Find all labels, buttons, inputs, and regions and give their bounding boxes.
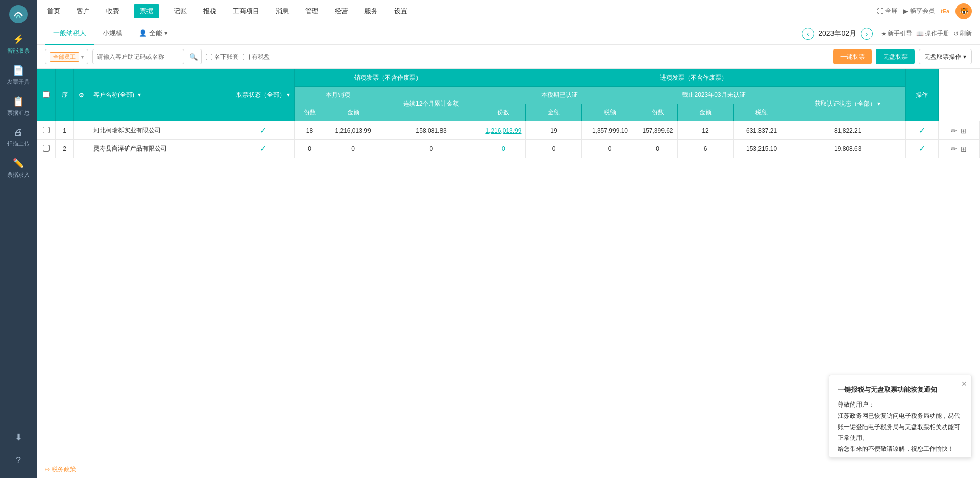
row-fetch-status: ✓ [232,121,294,140]
row-checkbox[interactable] [43,127,50,133]
nav-message[interactable]: 消息 [274,0,291,22]
row-no: 2 [56,140,74,158]
th-cert-tax: 税额 [582,104,638,121]
row-checkbox-cell[interactable] [37,140,56,158]
no-disk-ops-btn[interactable]: 无盘取票操作 ▾ [919,49,972,64]
notification-body: 一键报税与无盘取票功能恢复通知 尊敬的用户： 江苏政务网已恢复访问电子税务局功能… [829,375,971,457]
nav-business[interactable]: 工商项目 [231,0,261,22]
notification-title: 一键报税与无盘取票功能恢复通知 [838,384,963,395]
row-cert-count: 19 [526,121,582,140]
page-header: 一般纳税人 小规模 👤 全能 ▾ ‹ 2023年02月 › ★ 新手引导 📖 操… [37,22,980,45]
fetch-status-filter-icon[interactable]: ▾ [287,91,290,98]
nav-tax[interactable]: 报税 [201,0,218,22]
row-company: 河北柯瑞栎实业有限公司 [89,121,232,140]
edit-icon[interactable]: ✏ [951,127,957,135]
nav-accounting[interactable]: 记账 [172,0,189,22]
th-cumulative: 连续12个月累计金额 [381,87,481,121]
sidebar-logo[interactable] [0,0,37,29]
manual-btn[interactable]: 📖 操作手册 [916,29,949,38]
sidebar-item-smart-fetch[interactable]: ⚡ 智能取票 [0,29,37,60]
star-icon: ★ [881,30,887,37]
search-input[interactable] [92,49,184,64]
tax-policy-link[interactable]: ⊙ 税务政策 [45,465,76,474]
has-taxdisk-checkbox-label[interactable]: 有税盘 [243,53,270,61]
date-nav: ‹ 2023年02月 › [802,28,873,40]
row-monthly-count: 0 [295,140,325,158]
cumulative-link[interactable]: 1,216,013.99 [485,127,521,134]
view-icon[interactable]: ⊞ [961,145,967,153]
new-guide-btn[interactable]: ★ 新手引导 [881,29,912,38]
employee-filter[interactable]: 全部员工 ▾ [45,49,88,64]
nav-service[interactable]: 服务 [362,0,380,22]
row-cert-count: 0 [526,140,582,158]
notification-panel: ✕ 一键报税与无盘取票功能恢复通知 尊敬的用户： 江苏政务网已恢复访问电子税务局… [829,375,972,458]
tab-small[interactable]: 小规模 [94,22,131,45]
fetch-status-icon: ✓ [260,126,266,135]
row-monthly-amount: 1,216,013.99 [325,121,381,140]
help-icon[interactable]: ? [12,451,25,470]
cumulative-link[interactable]: 0 [502,145,505,153]
filter-icon[interactable]: ▾ [138,91,141,98]
sidebar-item-invoice-summary[interactable]: 📋 票据汇总 [0,91,37,122]
tab-small-label: 小规模 [103,29,122,38]
edit-icon[interactable]: ✏ [951,145,957,153]
search-button[interactable]: 🔍 [186,49,202,64]
svg-point-0 [9,5,28,23]
th-cert-status: 获取认证状态（全部） ▾ [790,87,905,121]
has-taxdisk-checkbox[interactable] [243,54,250,60]
th-sales-invoice: 销项发票（不含作废票） [295,69,481,87]
fullscreen-btn[interactable]: ⛶ 全屏 [877,7,897,15]
tea-badge[interactable]: tEa [941,8,949,14]
notification-close-btn[interactable]: ✕ [961,380,967,388]
cert-status-icon: ✓ [919,144,925,153]
nav-invoice[interactable]: 票据 [134,4,159,18]
one-key-fetch-btn[interactable]: 一键取票 [833,49,872,64]
prev-month-btn[interactable]: ‹ [802,28,814,40]
no-disk-fetch-btn[interactable]: 无盘取票 [876,49,915,64]
chevron-down-icon: ▾ [164,29,168,37]
nav-right: ⛶ 全屏 ▶ 畅享会员 tEa 🐯 [877,3,972,19]
th-uncert-tax: 税额 [733,104,790,121]
tab-all[interactable]: 👤 全能 ▾ [131,22,176,45]
select-all-checkbox[interactable] [43,91,50,98]
row-cert-amount: 1,357,999.10 [582,121,638,140]
cert-status-icon: ✓ [919,126,925,135]
row-uncert-tax: 81,822.21 [790,121,905,140]
nav-management[interactable]: 管理 [303,0,321,22]
invoice-summary-icon: 📋 [13,96,24,107]
download-icon[interactable]: ⬇ [11,427,27,447]
row-cert-amount: 0 [582,140,638,158]
cert-status-filter-icon[interactable]: ▾ [877,100,880,107]
view-icon[interactable]: ⊞ [961,127,967,135]
tab-general[interactable]: 一般纳税人 [45,22,94,45]
row-monthly-count: 18 [295,121,325,140]
notification-date: 2023年3月20日 [838,455,963,457]
member-btn[interactable]: ▶ 畅享会员 [903,7,935,15]
user-avatar[interactable]: 🐯 [955,3,972,19]
refresh-icon: ↺ [953,30,959,37]
sidebar-item-label: 扫描上传 [7,140,30,147]
th-uncert-amount: 金额 [677,104,733,121]
mine-accounts-checkbox-label[interactable]: 名下账套 [206,53,239,61]
sidebar-item-invoice-open[interactable]: 📄 发票开具 [0,60,37,91]
notification-apology: 给您带来的不便敬请谅解，祝您工作愉快！ [838,444,963,455]
nav-settings[interactable]: 设置 [392,0,409,22]
nav-operation[interactable]: 经营 [333,0,350,22]
row-checkbox-cell[interactable] [37,121,56,140]
refresh-btn[interactable]: ↺ 刷新 [953,29,972,38]
row-uncert-amount: 153,215.10 [733,140,790,158]
row-checkbox[interactable] [43,145,50,152]
nav-home[interactable]: 首页 [45,0,62,22]
th-purchase-invoice: 进项发票（不含作废票） [481,69,906,87]
th-uncertified: 截止2023年03月未认证 [638,87,790,104]
invoice-open-icon: 📄 [13,65,24,76]
sidebar-item-scan-upload[interactable]: 🖨 扫描上传 [0,122,37,153]
nav-billing[interactable]: 收费 [104,0,121,22]
row-company: 灵寿县尚泽矿产品有限公司 [89,140,232,158]
mine-accounts-checkbox[interactable] [206,54,212,60]
nav-customer[interactable]: 客户 [75,0,92,22]
row-uncert-tax: 19,808.63 [790,140,905,158]
next-month-btn[interactable]: › [861,28,873,40]
sidebar-item-invoice-entry[interactable]: ✏️ 票据录入 [0,153,37,184]
scan-upload-icon: 🖨 [14,127,23,138]
